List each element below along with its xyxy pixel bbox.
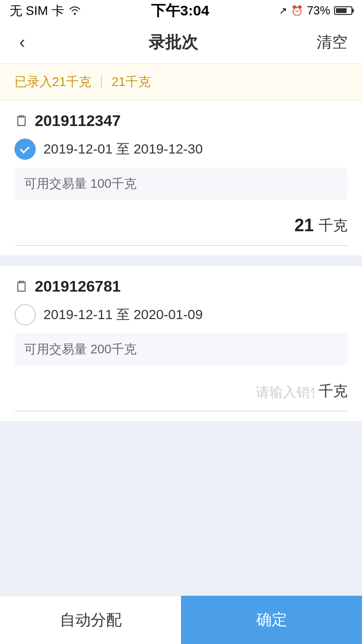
batch-available-1: 可用交易量 100千克: [14, 168, 348, 200]
batch-card-1: 🗒 2019112347 2019-12-01 至 2019-12-30 可用交…: [0, 100, 362, 255]
clear-button[interactable]: 清空: [317, 32, 348, 53]
batch-card-2: 🗒 2019126781 2019-12-11 至 2020-01-09 可用交…: [0, 266, 362, 421]
battery-percent: 73%: [307, 4, 330, 17]
sim-status: 无 SIM 卡: [10, 2, 64, 19]
batch-date-2: 2019-12-11 至 2020-01-09: [43, 306, 203, 324]
clock-icon: ⏰: [291, 5, 303, 16]
radio-button-1[interactable]: [14, 139, 36, 160]
radio-button-2[interactable]: [14, 304, 36, 325]
status-bar: 无 SIM 卡 下午3:04 ↗ ⏰ 73%: [0, 0, 362, 21]
total-weight: 21千克: [111, 73, 151, 90]
batch-available-2: 可用交易量 200千克: [14, 333, 348, 365]
wifi-icon: [68, 3, 82, 18]
bottom-area: [0, 422, 362, 615]
status-left: 无 SIM 卡: [10, 2, 82, 19]
auto-distribute-button[interactable]: 自动分配: [0, 596, 181, 644]
batch-doc-icon-1: 🗒: [14, 113, 29, 129]
card-bottom-space-1: [0, 246, 362, 255]
battery-icon: [334, 6, 352, 15]
info-banner: 已录入21千克 21千克: [0, 64, 362, 100]
batch-header-2: 🗒 2019126781: [0, 266, 362, 300]
card-bottom-space-2: [0, 411, 362, 421]
quantity-input-2[interactable]: [256, 381, 314, 401]
quantity-unit-1: 千克: [319, 216, 348, 236]
info-divider: [101, 75, 102, 89]
batch-id-1: 2019112347: [35, 112, 121, 130]
nav-bar: ‹ 录批次 清空: [0, 21, 362, 64]
batch-header-1: 🗒 2019112347: [0, 100, 362, 135]
quantity-row-1: 千克: [0, 208, 362, 245]
section-separator: [0, 256, 362, 266]
location-icon: ↗: [279, 5, 287, 16]
batch-row-2: 2019-12-11 至 2020-01-09: [0, 300, 362, 329]
quantity-unit-2: 千克: [319, 381, 348, 401]
batch-row-1: 2019-12-01 至 2019-12-30: [0, 135, 362, 164]
recorded-weight: 已录入21千克: [14, 73, 91, 90]
batch-doc-icon-2: 🗒: [14, 279, 29, 295]
back-button[interactable]: ‹: [14, 28, 30, 57]
page-title: 录批次: [149, 31, 198, 54]
batch-id-2: 2019126781: [35, 278, 121, 295]
quantity-input-1[interactable]: [256, 215, 314, 236]
confirm-button[interactable]: 确定: [181, 596, 362, 644]
footer: 自动分配 确定: [0, 596, 362, 644]
status-time: 下午3:04: [151, 1, 209, 21]
status-right: ↗ ⏰ 73%: [279, 4, 352, 17]
batch-date-1: 2019-12-01 至 2019-12-30: [43, 140, 203, 158]
quantity-row-2: 千克: [0, 373, 362, 411]
